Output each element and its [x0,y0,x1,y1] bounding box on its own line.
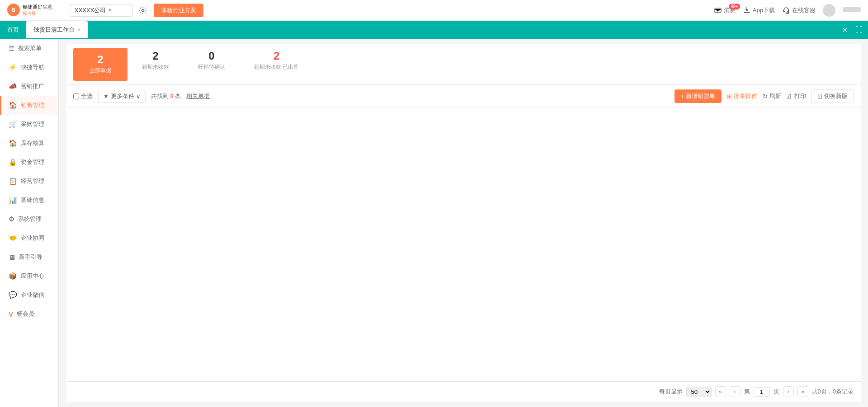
sidebar-item-wechat[interactable]: 💬 企业微信 [0,285,58,304]
sidebar-item-operation[interactable]: 📋 经营管理 [0,172,58,191]
stat-tab-overdue[interactable]: 2 到期未收款 [127,44,184,84]
next-page-button[interactable]: › [783,386,794,397]
sidebar-item-marketing[interactable]: 📣 营销推广 [0,77,58,96]
page-number-input[interactable]: 1 [754,387,770,397]
sidebar-item-enterprise[interactable]: 🤝 企业协同 [0,229,58,248]
sidebar-item-finance[interactable]: 🔒 资金管理 [0,153,58,172]
logo-badge: 标准版 [23,10,52,17]
logo-text: 畅捷通好生意 [23,4,52,10]
sidebar-item-sales[interactable]: 🏠 销售管理 [0,96,58,115]
per-page-label: 每页显示 [659,388,683,396]
sidebar-item-member[interactable]: V 畅会员 [0,304,58,323]
online-service-button[interactable]: 在线客服 [782,6,816,14]
svg-point-0 [142,9,144,11]
toolbar-right: + 新增销货单 ⊞ 批量操作 ↻ 刷新 🖨 打印 ⊡ 切换新版 [675,89,854,103]
sidebar-item-label-guide: 新手引导 [19,253,42,261]
stats-tabs: 2 全部单据 2 到期未收款 0 旺辅待确认 2 到期未收款 已出库 [66,44,861,85]
download-icon [743,6,751,14]
print-icon: 🖨 [787,93,793,100]
stat-overdue-label: 到期未收款 [142,63,169,71]
stat-overdue-shipped-count: 2 [274,50,279,62]
sidebar: ☰ 搜索菜单 ⚡ 快捷导航 📣 营销推广 🏠 销售管理 🛒 采购管理 🏠 库存核… [0,39,59,407]
more-filters-button[interactable]: ▼ 更多条件 ∨ [98,90,146,103]
select-all-checkbox[interactable]: 全选 [73,92,93,100]
message-icon [714,6,722,14]
stat-overdue-shipped-label: 到期未收款 已出库 [254,63,299,71]
user-name [843,6,861,14]
user-name-text [843,6,861,13]
company-selector[interactable]: XXXXX公司 ▼ [70,4,133,17]
sidebar-item-label-wechat: 企业微信 [21,291,44,299]
sidebar-item-label-sales: 销售管理 [21,101,44,109]
last-page-button[interactable]: » [797,386,808,397]
company-name: XXXXX公司 [75,6,106,14]
tab-nav-actions: ✕ ⛶ [839,24,868,35]
content-area: 2 全部单据 2 到期未收款 0 旺辅待确认 2 到期未收款 已出库 全选 [59,39,868,407]
sidebar-item-purchase[interactable]: 🛒 采购管理 [0,115,58,134]
sales-icon: 🏠 [9,101,17,109]
operation-icon: 📋 [9,177,17,185]
guide-icon: 🖥 [9,253,15,261]
stat-all-label: 全部单据 [90,67,111,75]
app-download-button[interactable]: App下载 [743,6,775,14]
toolbar: 全选 ▼ 更多条件 ∨ 共找到 0 条 相关单据 + 新增销货单 ⊞ 批量操作 [66,85,861,108]
sidebar-item-quick-nav[interactable]: ⚡ 快捷导航 [0,58,58,77]
sidebar-item-label-search: 搜索菜单 [18,44,42,52]
print-button[interactable]: 🖨 打印 [787,92,806,100]
sidebar-item-search-menu[interactable]: ☰ 搜索菜单 [0,39,58,58]
sidebar-item-label-finance: 资金管理 [21,158,44,166]
stat-tab-overdue-shipped[interactable]: 2 到期未收款 已出库 [240,44,313,84]
stat-overdue-count: 2 [152,50,158,62]
new-version-button[interactable]: ⊡ 切换新版 [811,89,854,103]
enterprise-icon: 🤝 [9,234,17,242]
filter-label: 更多条件 [111,92,134,100]
stat-tab-all[interactable]: 2 全部单据 [73,48,127,81]
found-count: 0 [170,93,174,99]
settings-button[interactable] [137,4,149,17]
batch-label: 批量操作 [734,92,757,100]
svg-rect-4 [783,10,784,12]
found-text: 共找到 0 条 [151,92,181,100]
tab-expand-button[interactable]: ⛶ [854,24,864,35]
total-records: 共0页，0条记录 [812,388,854,396]
refresh-button[interactable]: ↻ 刷新 [763,92,781,100]
stat-wangwang-count: 0 [208,50,214,62]
sidebar-item-inventory[interactable]: 🏠 库存核算 [0,134,58,153]
tab-close-icon[interactable]: × [77,27,80,33]
tab-workbench[interactable]: 钱货日清工作台 × [26,21,88,39]
batch-operations-button[interactable]: ⊞ 批量操作 [727,92,757,100]
sidebar-item-app-center[interactable]: 📦 应用中心 [0,267,58,285]
batch-icon: ⊞ [727,93,732,100]
per-page-select[interactable]: 50 100 200 [686,387,712,397]
tab-workbench-label: 钱货日清工作台 [33,26,75,34]
tab-close-window-button[interactable]: ✕ [839,24,850,35]
logo-icon: 6 [7,4,20,16]
related-label[interactable]: 相关单据 [186,92,210,100]
new-version-label: 切换新版 [824,92,848,100]
purchase-icon: 🛒 [9,120,17,128]
experience-button[interactable]: 体验行业方案 [154,4,203,17]
filter-arrow-icon: ∨ [136,93,141,100]
select-all-input[interactable] [73,94,79,99]
logo-area: 6 畅捷通好生意 标准版 [7,4,66,16]
svg-point-3 [784,8,788,12]
prev-page-button[interactable]: ‹ [730,386,741,397]
avatar [823,4,835,17]
sidebar-item-label-marketing: 营销推广 [21,82,44,90]
svg-rect-6 [843,7,861,12]
quick-nav-icon: ⚡ [9,63,17,71]
new-version-icon: ⊡ [817,93,822,100]
system-icon: ⚙ [9,215,14,223]
sidebar-item-label-purchase: 采购管理 [21,120,44,128]
refresh-icon: ↻ [763,93,768,100]
sidebar-item-basic-info[interactable]: 📊 基础信息 [0,191,58,210]
add-sales-order-button[interactable]: + 新增销货单 [675,89,722,103]
member-icon: V [9,310,13,318]
message-button[interactable]: 消息 99+ [714,6,736,14]
sidebar-item-guide[interactable]: 🖥 新手引导 [0,248,58,267]
tab-home[interactable]: 首页 [0,21,26,39]
first-page-button[interactable]: « [715,386,726,397]
sidebar-item-label-member: 畅会员 [17,310,34,318]
sidebar-item-system[interactable]: ⚙ 系统管理 [0,210,58,229]
stat-tab-wangwang[interactable]: 0 旺辅待确认 [184,44,240,84]
